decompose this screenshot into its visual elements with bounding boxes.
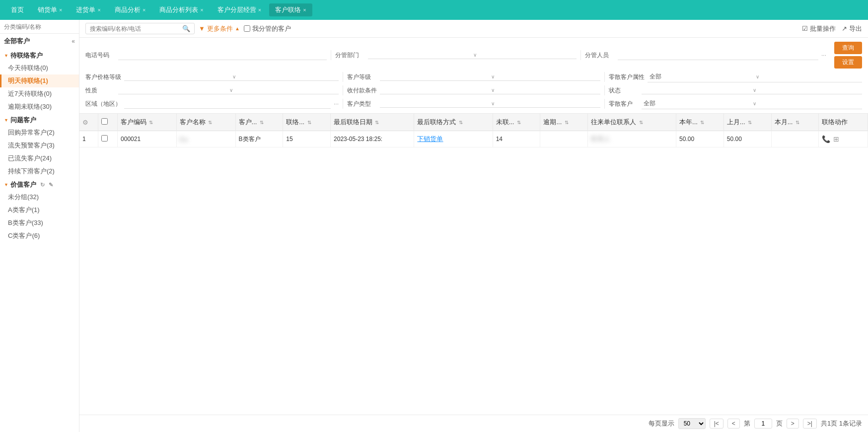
filter-person-dots[interactable]: ··· bbox=[821, 52, 826, 59]
cell-name[interactable]: Ea bbox=[176, 131, 235, 147]
sidebar-item-ungrouped[interactable]: 未分组(32) bbox=[0, 191, 79, 204]
action-grid-icon[interactable]: ⊞ bbox=[833, 135, 839, 143]
action-icons: 📞 ⊞ bbox=[822, 135, 865, 143]
col-overdue: 逾期... ⇅ bbox=[540, 114, 588, 131]
col-checkbox bbox=[98, 114, 117, 131]
sort-icon[interactable]: ⇅ bbox=[565, 120, 569, 125]
total-label: 共1页 1条记录 bbox=[821, 419, 862, 428]
sidebar-item-declining[interactable]: 持续下滑客户(2) bbox=[0, 165, 79, 178]
first-page-btn[interactable]: |< bbox=[710, 419, 723, 429]
next-page-btn[interactable]: > bbox=[787, 419, 799, 429]
sidebar-item-repurchase-anomaly[interactable]: 回购异常客户(2) bbox=[0, 126, 79, 139]
sidebar-pending-group[interactable]: ▼ 待联络客户 bbox=[0, 49, 79, 62]
triangle-icon: ▼ bbox=[4, 53, 8, 58]
edit-icon[interactable]: ✎ bbox=[49, 182, 53, 188]
nav-customer-contact[interactable]: 客户联络 × bbox=[269, 3, 312, 16]
my-customers-checkbox[interactable] bbox=[244, 25, 250, 32]
bulk-action-btn[interactable]: ☑ 批量操作 bbox=[802, 24, 836, 33]
sidebar-item-class-c[interactable]: C类客户(6) bbox=[0, 229, 79, 242]
sidebar-search-input[interactable] bbox=[4, 23, 78, 30]
sort-icon[interactable]: ⇅ bbox=[517, 120, 521, 125]
filter-phone-input[interactable] bbox=[118, 51, 327, 60]
cell-overdue bbox=[540, 131, 588, 147]
nav-product-analysis[interactable]: 商品分析 × bbox=[109, 3, 151, 16]
nav-close-icon[interactable]: × bbox=[97, 7, 100, 13]
pagination-bar: 每页显示 50 100 200 |< < 第 页 > >| 共1页 1条记录 bbox=[79, 415, 868, 432]
search-icon[interactable]: 🔍 bbox=[182, 25, 190, 32]
filter-icon: ▼ bbox=[199, 25, 205, 32]
page-number-input[interactable] bbox=[754, 419, 772, 429]
my-customers-checkbox-label[interactable]: 我分管的客户 bbox=[244, 24, 291, 33]
triangle-icon: ▼ bbox=[4, 182, 8, 187]
col-level: 客户... ⇅ bbox=[235, 114, 283, 131]
filter-customer-level-select[interactable]: ∨ bbox=[380, 73, 600, 81]
sort-icon[interactable]: ⇅ bbox=[748, 120, 752, 125]
cell-action: 📞 ⊞ bbox=[819, 131, 868, 147]
sort-icon[interactable]: ⇅ bbox=[260, 120, 264, 125]
filter-retail-customer-select[interactable]: 全部 ∨ bbox=[642, 98, 862, 109]
nav-close-icon[interactable]: × bbox=[200, 7, 203, 13]
filter-retail-attr-select[interactable]: 全部 ∨ bbox=[648, 72, 862, 82]
sort-icon[interactable]: ⇅ bbox=[208, 120, 212, 125]
nav-sales-order[interactable]: 销货单 × bbox=[32, 3, 68, 16]
prev-page-btn[interactable]: < bbox=[727, 419, 740, 429]
sort-icon[interactable]: ⇅ bbox=[639, 120, 643, 125]
action-phone-icon[interactable]: 📞 bbox=[822, 135, 830, 143]
sidebar-value-group[interactable]: ▼ 价值客户 ↻ ✎ bbox=[0, 178, 79, 191]
sidebar-item-churned[interactable]: 已流失客户(24) bbox=[0, 152, 79, 165]
filter-customer-type-select[interactable]: ∨ bbox=[380, 100, 600, 108]
last-page-btn[interactable]: >| bbox=[803, 419, 817, 429]
filter-dept: 分管部门 ∨ bbox=[335, 51, 577, 60]
last-method-link[interactable]: 下销货单 bbox=[417, 135, 443, 143]
page-suffix: 页 bbox=[776, 419, 783, 428]
sidebar-item-class-a[interactable]: A类客户(1) bbox=[0, 204, 79, 216]
col-last-date: 最后联络日期 ⇅ bbox=[331, 114, 414, 131]
filter-region-input[interactable] bbox=[124, 99, 331, 109]
sidebar-problem-group[interactable]: ▼ 问题客户 bbox=[0, 113, 79, 126]
sidebar-item-churn-warning[interactable]: 流失预警客户(3) bbox=[0, 139, 79, 152]
filter-nature-select[interactable]: ∨ bbox=[118, 86, 339, 94]
chevron-down-icon: ∨ bbox=[229, 87, 337, 93]
sort-icon[interactable]: ⇅ bbox=[700, 120, 704, 125]
search-input[interactable] bbox=[90, 25, 179, 32]
sidebar-item-7days[interactable]: 近7天待联络(0) bbox=[0, 87, 79, 100]
query-button[interactable]: 查询 bbox=[834, 42, 862, 54]
chevron-down-icon: ∨ bbox=[756, 74, 860, 79]
chevron-down-icon: ∨ bbox=[491, 74, 598, 79]
refresh-icon[interactable]: ↻ bbox=[40, 182, 45, 188]
filter-more-btn[interactable]: ▼ 更多条件 ▲ bbox=[199, 24, 240, 33]
nav-close-icon[interactable]: × bbox=[303, 7, 306, 13]
chevron-down-icon: ∨ bbox=[491, 87, 598, 93]
nav-product-analysis-list[interactable]: 商品分析列表 × bbox=[153, 3, 209, 16]
row-checkbox[interactable] bbox=[101, 135, 108, 142]
sidebar-item-tomorrow[interactable]: 明天待联络(1) bbox=[0, 74, 79, 87]
nav-close-icon[interactable]: × bbox=[258, 7, 261, 13]
filter-price-level-select[interactable]: ∨ bbox=[124, 73, 339, 81]
sidebar-item-today[interactable]: 今天待联络(0) bbox=[0, 62, 79, 74]
filter-status-select[interactable]: ∨ bbox=[642, 86, 862, 94]
nav-customer-segment[interactable]: 客户分层经营 × bbox=[212, 3, 267, 16]
export-btn[interactable]: ↗ 导出 bbox=[842, 24, 862, 33]
sort-icon[interactable]: ⇅ bbox=[796, 120, 799, 125]
nav-purchase-order[interactable]: 进货单 × bbox=[70, 3, 106, 16]
nav-close-icon[interactable]: × bbox=[143, 7, 145, 13]
per-page-select[interactable]: 50 100 200 bbox=[678, 418, 706, 429]
settings-button[interactable]: 设置 bbox=[834, 56, 862, 69]
sort-icon[interactable]: ⇅ bbox=[375, 120, 379, 125]
sort-icon[interactable]: ⇅ bbox=[149, 120, 153, 125]
filter-person-input[interactable] bbox=[618, 51, 818, 60]
sidebar-item-class-b[interactable]: B类客户(33) bbox=[0, 216, 79, 229]
sidebar-all-customers[interactable]: 全部客户 « bbox=[0, 34, 79, 49]
select-all-checkbox[interactable] bbox=[101, 118, 108, 125]
filter-region-dots[interactable]: ··· bbox=[334, 100, 339, 107]
nav-close-icon[interactable]: × bbox=[59, 7, 62, 13]
sort-icon[interactable]: ⇅ bbox=[307, 120, 311, 125]
nav-home[interactable]: 首页 bbox=[5, 3, 30, 16]
unit-contact-text: 联系人 bbox=[591, 135, 610, 143]
filter-payment-terms-select[interactable]: ∨ bbox=[380, 86, 600, 94]
filter-dept-select[interactable]: ∨ bbox=[368, 51, 577, 59]
sidebar-item-overdue[interactable]: 逾期未联络(30) bbox=[0, 100, 79, 113]
filter-row-1: 电话号码 分管部门 ∨ 分管人员 ··· bbox=[85, 42, 862, 69]
col-gear[interactable]: ⚙ bbox=[79, 114, 98, 131]
sort-icon[interactable]: ⇅ bbox=[459, 120, 463, 125]
